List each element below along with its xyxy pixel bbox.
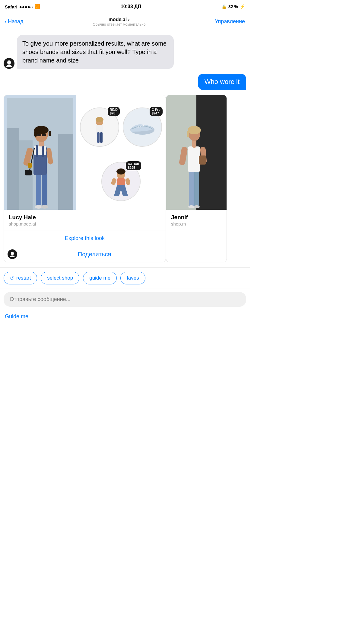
product-card-lucy: RE/D$78 xyxy=(4,95,166,262)
jennifer-shop: shop.m xyxy=(171,221,222,226)
svg-rect-6 xyxy=(36,174,41,207)
svg-rect-27 xyxy=(28,163,32,168)
bot-bubble: To give you more personalized results, w… xyxy=(17,35,174,69)
faves-label: faves xyxy=(127,275,139,281)
person-name: Lucy Hale xyxy=(9,214,161,221)
svg-rect-53 xyxy=(188,146,200,172)
restart-icon: ↺ xyxy=(10,275,14,281)
guide-me-button[interactable]: guide me xyxy=(83,272,117,284)
app-name-label: Safari xyxy=(5,4,17,9)
wifi-icon: 📶 xyxy=(35,4,40,9)
nav-subtitle: Обычно отвечает моментально xyxy=(93,22,145,27)
svg-point-9 xyxy=(41,205,48,209)
partial-footer: Jennif shop.m xyxy=(166,210,227,231)
battery-label: 32 % xyxy=(228,4,238,9)
card-products-area: RE/D$78 xyxy=(76,95,166,210)
svg-rect-50 xyxy=(194,171,199,207)
svg-point-44 xyxy=(116,168,125,175)
nav-bar: ‹ Назад mode.ai › Обычно отвечает момент… xyxy=(0,13,250,30)
svg-point-51 xyxy=(188,205,194,208)
product-circle-shirt[interactable]: RE/D$78 xyxy=(80,107,119,147)
price-badge-shirt: RE/D$78 xyxy=(108,107,120,116)
product-cards-scroll[interactable]: RE/D$78 xyxy=(4,95,246,262)
explore-look-button[interactable]: Explore this look xyxy=(4,230,166,246)
card-footer: Lucy Hale shop.mode.ai xyxy=(4,210,166,226)
svg-rect-49 xyxy=(189,171,194,207)
nav-chevron-icon: › xyxy=(128,17,130,22)
back-label: Назад xyxy=(8,18,24,25)
back-button[interactable]: ‹ Назад xyxy=(5,18,24,25)
user-message-row: Who wore it xyxy=(4,74,246,90)
share-button[interactable]: Поделиться xyxy=(23,247,166,262)
price-badge-shorts: R&Bon$295 xyxy=(126,161,141,170)
faves-button[interactable]: faves xyxy=(120,272,145,284)
status-left: Safari ●●●●○ 📶 xyxy=(5,4,40,9)
bot-message-row: To give you more personalized results, w… xyxy=(4,35,246,69)
status-bar: Safari ●●●●○ 📶 10:33 ДП 🔒 32 % ⚡ xyxy=(0,0,250,13)
svg-point-1 xyxy=(6,65,12,67)
chevron-left-icon: ‹ xyxy=(5,18,7,25)
svg-point-33 xyxy=(96,117,103,122)
person-figure-svg xyxy=(7,98,73,210)
circles-top: RE/D$78 xyxy=(80,107,162,147)
price-badge-shoes: C Pro$247 xyxy=(150,107,163,116)
svg-rect-3 xyxy=(7,128,19,210)
guide-me-label: guide me xyxy=(89,275,110,281)
nav-center: mode.ai › Обычно отвечает моментально xyxy=(93,17,145,27)
circles-bottom: R&Bon$295 xyxy=(101,162,141,201)
jennifer-name: Jennif xyxy=(171,214,222,221)
guide-me-bottom-label: Guide me xyxy=(0,310,250,323)
signal-icon: ●●●●○ xyxy=(19,4,33,9)
svg-point-56 xyxy=(188,126,201,134)
svg-rect-57 xyxy=(187,131,189,137)
lock-icon: 🔒 xyxy=(221,4,227,9)
restart-label: restart xyxy=(16,275,31,281)
svg-rect-17 xyxy=(34,131,37,137)
status-time: 10:33 ДП xyxy=(121,4,141,9)
svg-rect-23 xyxy=(25,170,32,175)
svg-rect-19 xyxy=(37,134,41,136)
bot-avatar xyxy=(4,58,14,69)
status-right: 🔒 32 % ⚡ xyxy=(221,4,245,9)
manage-button[interactable]: Управление xyxy=(215,18,245,25)
product-circle-shorts[interactable]: R&Bon$295 xyxy=(101,162,141,201)
svg-rect-32 xyxy=(100,132,103,143)
svg-rect-18 xyxy=(49,131,51,136)
card-main-photo xyxy=(4,95,76,210)
svg-point-46 xyxy=(10,255,15,257)
bot-avatar-share xyxy=(8,249,17,259)
svg-rect-12 xyxy=(36,145,38,157)
restart-button[interactable]: ↺ restart xyxy=(4,272,37,284)
svg-point-45 xyxy=(11,252,14,255)
svg-point-0 xyxy=(7,60,11,65)
svg-rect-60 xyxy=(199,155,206,165)
user-message-text: Who wore it xyxy=(205,78,240,85)
jennifer-photo xyxy=(166,95,227,210)
chat-area: To give you more personalized results, w… xyxy=(0,30,250,267)
product-circle-shoes[interactable]: C Pro$247 xyxy=(123,107,162,147)
svg-rect-5 xyxy=(58,134,73,210)
svg-rect-13 xyxy=(42,145,44,157)
svg-rect-7 xyxy=(42,174,47,207)
person-shop: shop.mode.ai xyxy=(9,221,161,226)
bot-message-text: To give you more personalized results, w… xyxy=(22,40,167,64)
charging-icon: ⚡ xyxy=(240,4,245,9)
quick-actions-bar: ↺ restart select shop guide me faves xyxy=(0,267,250,289)
message-input-row xyxy=(0,289,250,310)
share-row: Поделиться xyxy=(4,246,166,262)
select-shop-button[interactable]: select shop xyxy=(41,272,79,284)
user-bubble: Who wore it xyxy=(198,74,246,90)
message-input[interactable] xyxy=(4,292,246,307)
nav-title: mode.ai › xyxy=(93,17,145,22)
card-image-area: RE/D$78 xyxy=(4,95,166,210)
svg-rect-31 xyxy=(97,132,100,143)
select-shop-label: select shop xyxy=(47,275,73,281)
svg-rect-20 xyxy=(42,134,46,136)
product-card-jennifer: Jennif shop.m xyxy=(166,95,227,262)
jennifer-figure-svg xyxy=(166,95,227,210)
svg-point-52 xyxy=(194,205,200,208)
